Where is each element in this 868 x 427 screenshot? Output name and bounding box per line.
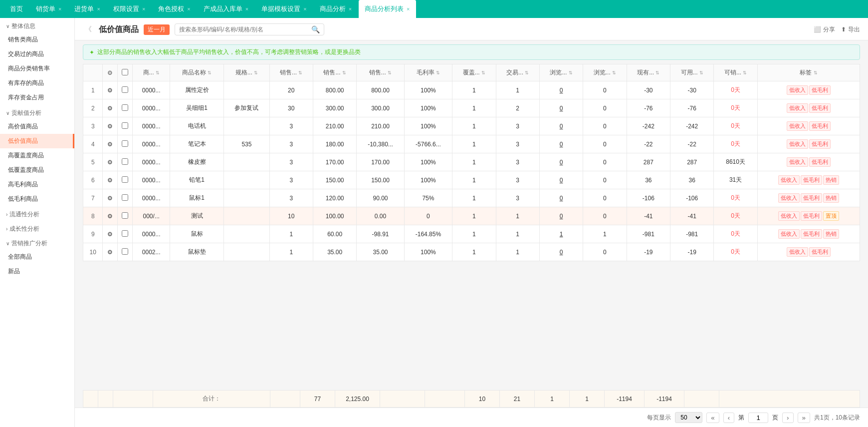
- collapse-sidebar-button[interactable]: 《: [83, 23, 94, 36]
- nav-purchase[interactable]: 进货单 ×: [68, 0, 106, 18]
- prev-page-button[interactable]: ‹: [723, 413, 734, 423]
- period-tag-button[interactable]: 近一月: [144, 24, 170, 35]
- last-page-button[interactable]: »: [798, 413, 810, 423]
- nav-roles[interactable]: 角色授权 ×: [152, 0, 196, 18]
- row-checkbox[interactable]: [122, 176, 128, 183]
- close-icon[interactable]: ×: [245, 6, 248, 12]
- per-page-select[interactable]: 50 100 200: [675, 412, 702, 423]
- sidebar-item-high-margin[interactable]: 高毛利商品: [0, 177, 74, 192]
- view1-value[interactable]: 0: [560, 249, 563, 256]
- row-checkbox[interactable]: [122, 194, 128, 201]
- settings-cell[interactable]: ⚙: [103, 207, 118, 225]
- close-icon[interactable]: ×: [349, 6, 352, 12]
- close-icon[interactable]: ×: [58, 6, 61, 12]
- row-checkbox[interactable]: [122, 86, 128, 93]
- row-checkbox[interactable]: [122, 140, 128, 147]
- settings-cell[interactable]: ⚙: [103, 117, 118, 135]
- view1-value[interactable]: 1: [560, 231, 563, 238]
- view1-value[interactable]: 0: [560, 195, 563, 202]
- row-checkbox[interactable]: [122, 248, 128, 255]
- first-page-button[interactable]: «: [706, 413, 719, 423]
- view1-value[interactable]: 0: [560, 159, 563, 166]
- settings-cell[interactable]: ⚙: [103, 243, 118, 261]
- sidebar-group-contribution[interactable]: ∨ 贡献值分析: [0, 105, 74, 119]
- view1-cell[interactable]: 0: [539, 207, 583, 225]
- close-icon[interactable]: ×: [142, 6, 145, 12]
- view1-cell[interactable]: 1: [539, 225, 583, 243]
- close-icon[interactable]: ×: [187, 6, 190, 12]
- row-checkbox[interactable]: [122, 212, 128, 219]
- view1-cell[interactable]: 0: [539, 81, 583, 99]
- nav-permissions[interactable]: 权限设置 ×: [107, 0, 151, 18]
- settings-cell[interactable]: ⚙: [103, 189, 118, 207]
- settings-cell[interactable]: ⚙: [103, 99, 118, 117]
- row-checkbox[interactable]: [122, 122, 128, 129]
- sidebar-item-low-coverage[interactable]: 低覆盖度商品: [0, 163, 74, 177]
- checkbox-cell[interactable]: [118, 117, 133, 135]
- sidebar-group-marketing[interactable]: ∨ 营销推广分析: [0, 235, 74, 250]
- view1-cell[interactable]: 0: [539, 243, 583, 261]
- next-page-button[interactable]: ›: [782, 413, 793, 423]
- checkbox-cell[interactable]: [118, 207, 133, 225]
- sidebar-item-low-margin[interactable]: 低毛利商品: [0, 192, 74, 206]
- select-all-checkbox[interactable]: [122, 69, 128, 75]
- settings-cell[interactable]: ⚙: [103, 81, 118, 99]
- view1-cell[interactable]: 0: [539, 189, 583, 207]
- share-button[interactable]: ⬜ 分享: [814, 25, 835, 34]
- view1-value[interactable]: 0: [560, 141, 563, 148]
- checkbox-cell[interactable]: [118, 189, 133, 207]
- nav-templates[interactable]: 单据模板设置 ×: [255, 0, 312, 18]
- nav-products-in[interactable]: 产成品入库单 ×: [198, 0, 254, 18]
- view1-cell[interactable]: 0: [539, 135, 583, 153]
- row-checkbox[interactable]: [122, 230, 128, 237]
- nav-sales[interactable]: 销货单 ×: [30, 0, 67, 18]
- row-checkbox[interactable]: [122, 158, 128, 165]
- settings-cell[interactable]: ⚙: [103, 171, 118, 189]
- close-icon[interactable]: ×: [303, 6, 306, 12]
- checkbox-cell[interactable]: [118, 99, 133, 117]
- sidebar-item-stock-capital[interactable]: 库存资金占用: [0, 90, 74, 105]
- sidebar-item-new-products[interactable]: 新品: [0, 264, 74, 279]
- sidebar-group-circulation[interactable]: › 流通性分析: [0, 206, 74, 221]
- sidebar-item-sales-products[interactable]: 销售类商品: [0, 32, 74, 47]
- settings-cell[interactable]: ⚙: [103, 135, 118, 153]
- sidebar-item-all-products[interactable]: 全部商品: [0, 250, 74, 264]
- view1-cell[interactable]: 0: [539, 153, 583, 171]
- nav-product-analysis[interactable]: 商品分析 ×: [314, 0, 358, 18]
- search-icon[interactable]: 🔍: [311, 25, 320, 33]
- row-checkbox[interactable]: [122, 104, 128, 111]
- view1-value[interactable]: 0: [560, 213, 563, 220]
- sidebar-item-category-sales-rate[interactable]: 商品分类销售率: [0, 61, 74, 76]
- sidebar-item-high-coverage[interactable]: 高覆盖度商品: [0, 148, 74, 163]
- settings-cell[interactable]: ⚙: [103, 225, 118, 243]
- checkbox-cell[interactable]: [118, 153, 133, 171]
- view1-value[interactable]: 0: [560, 123, 563, 130]
- checkbox-cell[interactable]: [118, 243, 133, 261]
- checkbox-cell[interactable]: [118, 81, 133, 99]
- search-input[interactable]: [179, 26, 311, 33]
- view1-cell[interactable]: 0: [539, 171, 583, 189]
- sidebar-group-growth[interactable]: › 成长性分析: [0, 221, 74, 235]
- view1-value[interactable]: 0: [560, 177, 563, 184]
- view1-cell[interactable]: 0: [539, 117, 583, 135]
- nav-home[interactable]: 首页: [4, 0, 29, 18]
- sidebar-item-low-value[interactable]: 低价值商品: [0, 134, 74, 148]
- sidebar-item-stock-products[interactable]: 有库存的商品: [0, 76, 74, 90]
- view1-cell[interactable]: 0: [539, 99, 583, 117]
- close-icon[interactable]: ×: [97, 6, 100, 12]
- checkbox-cell[interactable]: [118, 171, 133, 189]
- view1-value[interactable]: 0: [560, 87, 563, 94]
- view1-value[interactable]: 0: [560, 105, 563, 112]
- checkbox-cell[interactable]: [118, 225, 133, 243]
- sidebar-group-overall[interactable]: ∨ 整体信息: [0, 18, 74, 32]
- close-icon[interactable]: ×: [407, 6, 410, 12]
- checkbox-column-header[interactable]: [118, 64, 133, 81]
- sidebar-item-traded-products[interactable]: 交易过的商品: [0, 47, 74, 61]
- page-number-input[interactable]: [748, 413, 768, 423]
- nav-product-analysis-list[interactable]: 商品分析列表 ×: [359, 0, 416, 18]
- checkbox-cell[interactable]: [118, 135, 133, 153]
- sidebar-item-high-value[interactable]: 高价值商品: [0, 119, 74, 134]
- settings-column-header[interactable]: ⚙: [103, 64, 118, 81]
- settings-cell[interactable]: ⚙: [103, 153, 118, 171]
- export-button[interactable]: ⬆ 导出: [841, 25, 860, 34]
